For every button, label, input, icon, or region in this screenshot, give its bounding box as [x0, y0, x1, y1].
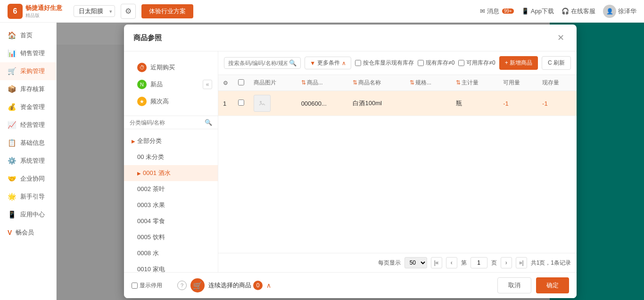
sidebar-item-guide[interactable]: 🌟 新手引导 — [0, 188, 56, 206]
cell-seq: 1 — [218, 91, 233, 116]
new-icon: N — [137, 80, 147, 89]
category-search-input[interactable] — [130, 119, 202, 126]
cat-label-tea: 0002 茶叶 — [137, 185, 165, 193]
prev-page-button[interactable]: ‹ — [446, 257, 457, 268]
sidebar-item-purchase[interactable]: 🛒 采购管理 — [0, 62, 56, 80]
modal-footer: 显示停用 ? 🛒 连续选择的商品 0 ∧ 取消 确定 — [124, 272, 577, 298]
cat-item-beverage[interactable]: 0005 饮料 — [124, 229, 218, 245]
app-download-item[interactable]: 📱 App下载 — [521, 7, 554, 16]
sidebar-item-basic-info[interactable]: 📋 基础信息 — [0, 134, 56, 152]
modal-overlay: 商品参照 ✕ ⏱ 近期购买 — [57, 23, 644, 300]
page-input[interactable] — [471, 257, 487, 268]
collapse-arrow-icon[interactable]: ∧ — [266, 282, 271, 289]
arrow-icon-liquor: ▶ — [137, 171, 141, 176]
gear-button[interactable]: ⚙ — [121, 4, 136, 19]
sidebar-label-sales: 销售管理 — [20, 49, 45, 58]
modal-product-ref: 商品参照 ✕ ⏱ 近期购买 — [124, 25, 577, 298]
sidebar-item-app-center[interactable]: 📱 应用中心 — [0, 206, 56, 224]
col-thumb: 商品图片 — [249, 75, 297, 91]
cat-label-snack: 0004 零食 — [137, 217, 165, 225]
last-page-button[interactable]: »| — [516, 257, 527, 268]
help-icon[interactable]: ? — [177, 281, 187, 290]
modal-close-button[interactable]: ✕ — [554, 31, 567, 44]
modal-right-panel: 🔍 ▼ 更多条件 ∧ 按仓库显示现有库存 — [218, 51, 577, 272]
cancel-button[interactable]: 取消 — [497, 277, 531, 293]
product-select[interactable]: 日太阳膜 — [74, 5, 115, 17]
col-name[interactable]: ⇅商品名称 — [348, 75, 405, 91]
checkbox-current-stock-input[interactable] — [418, 60, 424, 66]
cell-stock: -1 — [537, 91, 577, 116]
checkbox-available-stock-input[interactable] — [458, 60, 464, 66]
sidebar-label-guide: 新手引导 — [20, 192, 45, 201]
cat-item-tea[interactable]: 0002 茶叶 — [124, 181, 218, 197]
col-unit[interactable]: ⇅主计量 — [451, 75, 499, 91]
message-icon: ✉ — [480, 8, 485, 15]
refresh-button[interactable]: C 刷新 — [542, 56, 571, 70]
col-available: 可用量 — [498, 75, 537, 91]
cat-label-all: 全部分类 — [137, 137, 162, 145]
col-checkbox[interactable] — [233, 75, 249, 91]
show-disabled-checkbox[interactable] — [132, 283, 138, 289]
category-search-icon[interactable]: 🔍 — [205, 119, 212, 126]
col-spec[interactable]: ⇅规格... — [405, 75, 451, 91]
checkbox-current-stock[interactable]: 现有库存≠0 — [418, 59, 454, 67]
page-suffix: 页 — [491, 259, 497, 267]
cat-item-all[interactable]: ▶ 全部分类 — [124, 133, 218, 149]
freq-icon: ★ — [137, 97, 147, 106]
sidebar-item-home[interactable]: 🏠 首页 — [0, 26, 56, 44]
inventory-icon: 📦 — [8, 85, 17, 93]
search-icon[interactable]: 🔍 — [289, 59, 297, 67]
cat-item-fruit[interactable]: 0003 水果 — [124, 197, 218, 213]
sidebar-label-member: 畅会员 — [16, 228, 34, 237]
sidebar-item-member[interactable]: V 畅会员 — [0, 224, 56, 242]
cat-item-snack[interactable]: 0004 零食 — [124, 213, 218, 229]
member-icon: V — [8, 229, 12, 236]
sidebar-item-finance[interactable]: 💰 资金管理 — [0, 98, 56, 116]
cat-item-appliance[interactable]: 0010 家电 — [124, 261, 218, 272]
sidebar-item-operations[interactable]: 📈 经营管理 — [0, 116, 56, 134]
footer-mid: ? 🛒 连续选择的商品 0 ∧ — [177, 278, 271, 292]
col-settings[interactable]: ⚙ — [218, 75, 233, 91]
row-checkbox[interactable] — [238, 100, 244, 106]
service-item[interactable]: 🎧 在线客服 — [561, 7, 595, 16]
experience-button[interactable]: 体验行业方案 — [141, 4, 193, 18]
app-center-icon: 📱 — [8, 210, 17, 219]
count-badge: 0 — [253, 281, 263, 290]
quick-item-new[interactable]: N 新品 — [130, 76, 203, 93]
cell-checkbox[interactable] — [233, 91, 249, 116]
sidebar-item-system[interactable]: ⚙️ 系统管理 — [0, 152, 56, 170]
table-row[interactable]: 1 — [218, 91, 577, 116]
user-item[interactable]: 👤 徐泽华 — [603, 5, 636, 18]
product-search-input[interactable] — [228, 60, 287, 67]
sidebar-label-operations: 经营管理 — [20, 121, 45, 129]
checkbox-available-stock[interactable]: 可用库存≠0 — [458, 59, 495, 67]
sidebar-item-sales[interactable]: 📊 销售管理 — [0, 44, 56, 62]
sales-icon: 📊 — [8, 49, 17, 58]
sidebar-item-inventory[interactable]: 📦 库存核算 — [0, 80, 56, 98]
add-product-button[interactable]: + 新增商品 — [499, 56, 538, 70]
confirm-button[interactable]: 确定 — [536, 277, 569, 293]
show-disabled-label[interactable]: 显示停用 — [132, 282, 162, 290]
quick-item-freq[interactable]: ★ 频次高 — [130, 93, 203, 110]
guide-icon: 🌟 — [8, 192, 17, 201]
per-page-select[interactable]: 50 — [405, 257, 427, 268]
cat-item-uncategorized[interactable]: 00 未分类 — [124, 149, 218, 165]
quick-item-recent[interactable]: ⏱ 近期购买 — [130, 59, 203, 76]
message-nav-item[interactable]: ✉ 消息 99+ — [480, 7, 514, 16]
footer-actions: 取消 确定 — [497, 277, 569, 293]
more-filter-button[interactable]: ▼ 更多条件 ∧ — [305, 57, 351, 69]
collapse-left-button[interactable]: « — [203, 80, 212, 89]
svg-rect-0 — [257, 99, 267, 108]
col-code[interactable]: ⇅商品... — [297, 75, 348, 91]
next-page-button[interactable]: › — [501, 257, 512, 268]
username-label: 徐泽华 — [618, 7, 636, 16]
first-page-button[interactable]: |« — [431, 257, 442, 268]
checkbox-warehouse-input[interactable] — [355, 60, 361, 66]
cat-item-water[interactable]: 0008 水 — [124, 245, 218, 261]
cat-item-liquor[interactable]: ▶ 0001 酒水 — [124, 165, 218, 181]
per-page-label: 每页显示 — [378, 259, 401, 267]
checkbox-warehouse[interactable]: 按仓库显示现有库存 — [355, 59, 414, 67]
product-select-wrap[interactable]: 日太阳膜 — [74, 5, 115, 17]
select-all-checkbox[interactable] — [238, 79, 244, 85]
sidebar-item-enterprise[interactable]: 🤝 企业协同 — [0, 170, 56, 188]
